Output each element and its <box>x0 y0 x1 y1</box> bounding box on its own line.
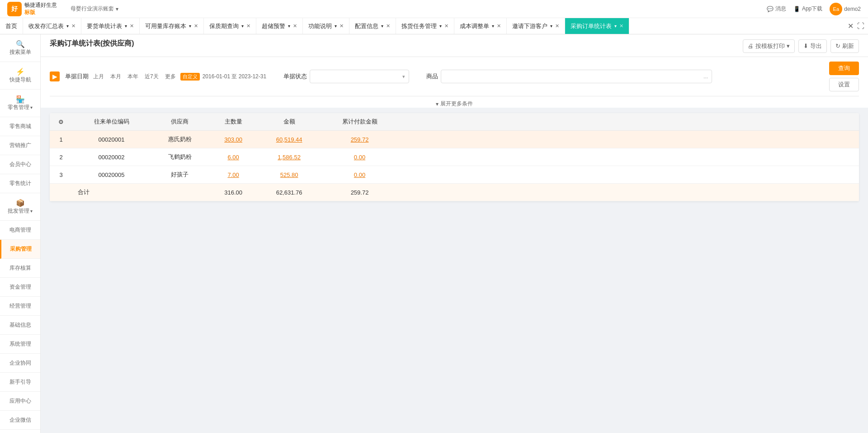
row-amount: 1,586.52 <box>258 148 321 166</box>
table-row[interactable]: 1 00020001 惠氏奶粉 303.00 60,519.44 259.72 <box>50 131 859 148</box>
tab-dropdown-icon: ▾ <box>550 24 552 29</box>
tab-close-icon[interactable]: ✕ <box>340 23 344 29</box>
message-button[interactable]: 💬 消息 <box>767 5 786 13</box>
col-supplier: 供应商 <box>151 113 209 131</box>
status-filter-label: 单据状态 <box>283 72 307 81</box>
tab-receive-send[interactable]: 收发存汇总表 ▾ ✕ <box>23 18 81 34</box>
table-row[interactable]: 3 00020005 好孩子 7.00 525.80 0.00 <box>50 166 859 184</box>
export-button[interactable]: ⬇ 导出 <box>798 39 827 53</box>
sidebar-item-ecommerce[interactable]: 电商管理 <box>0 221 40 240</box>
message-icon: 💬 <box>767 6 774 12</box>
tab-cost-adjust[interactable]: 成本调整单 ▾ ✕ <box>454 18 507 34</box>
sidebar-item-app-center[interactable]: 应用中心 <box>0 392 40 411</box>
quantity-link[interactable]: 7.00 <box>227 171 239 178</box>
action-buttons: 查询 设置 <box>829 62 859 91</box>
goods-input[interactable]: ... <box>441 70 712 83</box>
tab-label: 超储预警 <box>262 22 285 30</box>
date-quick-buttons: 上月 本月 本年 近7天 更多 自定义 <box>91 72 200 81</box>
close-all-tabs-button[interactable]: ✕ <box>848 22 854 30</box>
sidebar-item-retail-mall[interactable]: 零售商城 <box>0 117 40 136</box>
tab-dropdown-icon: ▾ <box>66 24 69 29</box>
tab-label: 配置信息 <box>355 22 378 30</box>
tab-config-info[interactable]: 配置信息 ▾ ✕ <box>349 18 396 34</box>
sidebar-item-new-guide[interactable]: 新手引导 <box>0 373 40 392</box>
tab-close-icon[interactable]: ✕ <box>293 23 297 29</box>
status-dropdown-icon: ▾ <box>402 74 405 80</box>
amount-link[interactable]: 525.80 <box>280 171 298 178</box>
sidebar-item-marketing[interactable]: 营销推广 <box>0 136 40 155</box>
tab-dropdown-icon: ▾ <box>381 24 383 29</box>
tab-invite-downstream[interactable]: 邀请下游客户 ▾ ✕ <box>507 18 565 34</box>
date-btn-7days[interactable]: 近7天 <box>143 72 160 81</box>
sidebar-item-purchase[interactable]: 采购管理 <box>0 240 40 259</box>
logo-abbr: 标版 <box>24 9 57 16</box>
status-select[interactable]: ▾ <box>310 70 409 83</box>
date-range-display: 2016-01-01 至 2023-12-31 <box>203 73 266 81</box>
tab-purchase-stats[interactable]: 要货单统计表 ▾ ✕ <box>81 18 140 34</box>
tab-close-icon[interactable]: ✕ <box>497 23 501 29</box>
tab-overstock-warning[interactable]: 超储预警 ▾ ✕ <box>256 18 303 34</box>
export-label: 导出 <box>810 42 822 50</box>
app-download-button[interactable]: 📱 App下载 <box>793 5 822 13</box>
sidebar-item-enterprise-wechat[interactable]: 企业微信 <box>0 411 40 430</box>
tab-close-icon[interactable]: ✕ <box>555 23 559 29</box>
amount-link[interactable]: 60,519.44 <box>276 136 302 143</box>
refresh-button[interactable]: ↻ 刷新 <box>830 39 859 53</box>
sidebar-item-operation[interactable]: 经营管理 <box>0 297 40 316</box>
amount-link[interactable]: 1,586.52 <box>278 154 301 161</box>
filter-toggle-button[interactable]: ▶ <box>50 71 60 81</box>
tab-close-icon[interactable]: ✕ <box>444 23 448 29</box>
sidebar-item-inventory[interactable]: 库存核算 <box>0 259 40 278</box>
sidebar-item-shortcut[interactable]: ⚡ 快捷导航 <box>0 62 40 90</box>
sidebar-item-search[interactable]: 🔍 搜索菜单 <box>0 34 40 62</box>
sidebar-item-system[interactable]: 系统管理 <box>0 335 40 354</box>
quantity-link[interactable]: 303.00 <box>224 136 242 143</box>
tab-expiry-query[interactable]: 保质期查询 ▾ ✕ <box>204 18 256 34</box>
tab-close-icon[interactable]: ✕ <box>386 23 390 29</box>
status-filter-field: 单据状态 ▾ <box>283 70 409 83</box>
paid-link[interactable]: 0.00 <box>354 154 365 161</box>
quantity-link[interactable]: 6.00 <box>227 154 239 161</box>
tab-close-icon[interactable]: ✕ <box>246 23 250 29</box>
workspace-selector[interactable]: 母婴行业演示账套 ▾ <box>71 5 118 13</box>
date-btn-this-month[interactable]: 本月 <box>108 72 123 81</box>
expand-tabs-button[interactable]: ⛶ <box>857 22 864 30</box>
chevron-down-icon: ▾ <box>30 105 33 110</box>
tab-close-icon[interactable]: ✕ <box>130 23 134 29</box>
sidebar-item-member[interactable]: 会员中心 <box>0 155 40 174</box>
row-code: 00020001 <box>72 131 151 148</box>
sidebar-item-retail-stats[interactable]: 零售统计 <box>0 174 40 193</box>
paid-link[interactable]: 259.72 <box>351 136 369 143</box>
sidebar-item-member2[interactable]: 畅会员 <box>0 430 40 433</box>
tab-purchase-order-stats[interactable]: 采购订单统计表 ▾ ✕ <box>565 18 629 34</box>
sidebar-item-enterprise-coop[interactable]: 企业协同 <box>0 354 40 373</box>
settings-gear-icon: ⚙ <box>58 119 64 125</box>
tab-close-icon[interactable]: ✕ <box>71 23 75 29</box>
custom-date-tag: 自定义 <box>180 73 200 81</box>
date-btn-last-month[interactable]: 上月 <box>91 72 106 81</box>
sidebar-item-label: 资金管理 <box>0 283 40 291</box>
expand-more-button[interactable]: ▾ 展开更多条件 <box>436 100 473 108</box>
goods-more-icon[interactable]: ... <box>703 73 708 80</box>
date-btn-more[interactable]: 更多 <box>163 72 178 81</box>
sidebar-item-retail[interactable]: 🏪 零售管理 ▾ <box>0 90 40 117</box>
tab-picking-task[interactable]: 拣货任务管理 ▾ ✕ <box>396 18 454 34</box>
date-filter-label: 单据日期 <box>65 72 89 81</box>
tab-close-icon[interactable]: ✕ <box>194 23 198 29</box>
date-btn-this-year[interactable]: 本年 <box>126 72 140 81</box>
user-profile[interactable]: Ea demo2 <box>830 3 861 15</box>
settings-button[interactable]: 设置 <box>829 78 859 91</box>
tab-dropdown-icon: ▾ <box>189 24 191 29</box>
template-print-button[interactable]: 🖨 按模板打印 ▾ <box>743 39 795 53</box>
query-button[interactable]: 查询 <box>829 62 859 75</box>
logo: 好 畅捷通好生意 标版 <box>7 2 57 16</box>
table-row[interactable]: 2 00020002 飞鹤奶粉 6.00 1,586.52 0.00 <box>50 148 859 166</box>
sidebar-item-wholesale[interactable]: 📦 批发管理 ▾ <box>0 193 40 221</box>
tab-function-desc[interactable]: 功能说明 ▾ ✕ <box>303 18 349 34</box>
sidebar-item-finance[interactable]: 资金管理 <box>0 278 40 297</box>
tab-home[interactable]: 首页 <box>0 18 23 34</box>
tab-close-icon[interactable]: ✕ <box>619 23 623 29</box>
sidebar-item-basic[interactable]: 基础信息 <box>0 316 40 335</box>
paid-link[interactable]: 0.00 <box>354 171 365 178</box>
tab-inventory-account[interactable]: 可用量库存账本 ▾ ✕ <box>140 18 204 34</box>
